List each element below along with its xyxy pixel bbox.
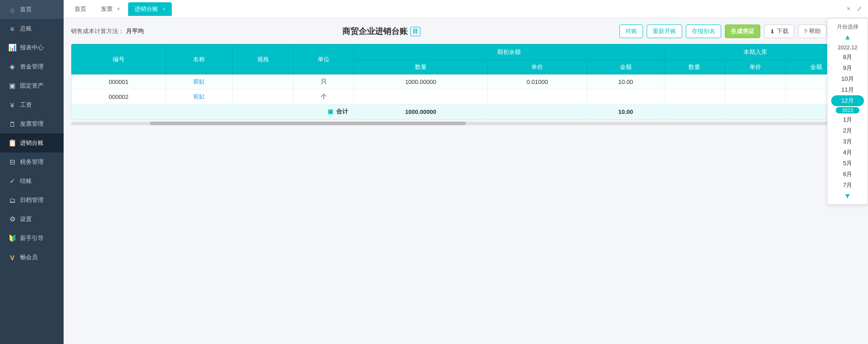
settlement-icon: ✓ xyxy=(8,177,16,185)
row1-unit: 只 xyxy=(293,74,354,89)
total-opening-price xyxy=(488,104,587,119)
tab-inventory[interactable]: 进销台账 × xyxy=(128,2,172,16)
info-icon[interactable]: 目 xyxy=(410,27,420,36)
col-spec: 规格 xyxy=(233,44,294,74)
month-scroll-up[interactable]: ▲ xyxy=(828,32,868,43)
month-item-2023-4[interactable]: 4月 xyxy=(828,147,868,158)
month-item-2023-1[interactable]: 1月 xyxy=(828,114,868,125)
cost-method-info: 销售成本计算方法： 月平均 xyxy=(71,27,144,35)
member-icon: V xyxy=(8,254,16,261)
sidebar-item-fixed-assets[interactable]: ▣ 固定资产 xyxy=(0,76,64,95)
month-item-12[interactable]: 12月 xyxy=(831,95,864,106)
month-item-10[interactable]: 10月 xyxy=(828,74,868,84)
row2-name: 前缸 xyxy=(165,89,232,104)
month-item-2023-7[interactable]: 7月 xyxy=(828,180,868,191)
content-area: 销售成本计算方法： 月平均 商贸企业进销台账 目 对账 重新开账 存报别名 生成… xyxy=(64,18,868,344)
year-2022-label: 2022.12 xyxy=(828,43,868,52)
assets-icon: ▣ xyxy=(8,82,16,90)
col-in-qty: 数量 xyxy=(664,60,725,74)
sidebar-item-member[interactable]: V 畅会员 xyxy=(0,248,64,267)
month-item-11[interactable]: 11月 xyxy=(828,84,868,95)
help-icon: ? xyxy=(804,28,807,35)
col-code: 编号 xyxy=(72,44,166,74)
reopen-button[interactable]: 重新开账 xyxy=(647,25,682,38)
inventory-table: 编号 名称 规格 单位 期初余额 本期入库 数 数量 单价 金额 数量 单价 xyxy=(71,44,861,120)
col-unit: 单位 xyxy=(293,44,354,74)
row2-spec xyxy=(233,89,294,104)
row1-code: 000001 xyxy=(72,74,166,89)
settings-icon: ⚙ xyxy=(8,215,16,223)
invoice-icon: 🗒 xyxy=(8,120,16,128)
sidebar-item-report-center[interactable]: 📊 报表中心 xyxy=(0,38,64,57)
month-item-2023-3[interactable]: 3月 xyxy=(828,136,868,147)
tab-invoice-close[interactable]: × xyxy=(117,6,120,12)
tab-home[interactable]: 首页 xyxy=(68,2,93,16)
month-item-9[interactable]: 9月 xyxy=(828,63,868,74)
download-icon: ⬇ xyxy=(770,28,775,35)
home-icon: ⌂ xyxy=(8,6,16,14)
tabs-bar: 首页 发票 × 进销台账 × xyxy=(64,0,868,18)
archive-icon: 🗂 xyxy=(8,197,16,204)
sidebar-item-fund-management[interactable]: ◈ 资金管理 xyxy=(0,57,64,76)
window-controls: × ⤢ xyxy=(840,0,868,17)
row2-opening-price xyxy=(488,89,587,104)
report-icon: 📊 xyxy=(8,44,16,52)
month-item-2023-6[interactable]: 6月 xyxy=(828,169,868,180)
month-selector-title: 月份选择 xyxy=(828,21,868,32)
sidebar-item-tax-management[interactable]: ⊟ 税务管理 xyxy=(0,152,64,172)
row2-in-price xyxy=(725,89,786,104)
tax-icon: ⊟ xyxy=(8,158,16,166)
month-selector-panel: 月份选择 ▲ 2022.12 8月 9月 10月 11月 12月 2023 1月… xyxy=(827,18,868,205)
sidebar-item-settlement[interactable]: ✓ 结账 xyxy=(0,172,64,191)
month-item-2023-5[interactable]: 5月 xyxy=(828,158,868,169)
total-opening-qty: 1000.00000 xyxy=(354,104,488,119)
month-item-2023-2[interactable]: 2月 xyxy=(828,125,868,136)
row2-unit: 个 xyxy=(293,89,354,104)
reconcile-button[interactable]: 对账 xyxy=(619,25,643,38)
tab-inventory-close[interactable]: × xyxy=(162,6,165,12)
sidebar-item-settings[interactable]: ⚙ 设置 xyxy=(0,210,64,229)
sidebar-item-invoice-management[interactable]: 🗒 发票管理 xyxy=(0,114,64,133)
col-opening-balance: 期初余额 xyxy=(354,44,664,60)
row1-opening-qty: 1000.00000 xyxy=(354,74,488,89)
download-button[interactable]: ⬇ 下载 xyxy=(764,25,794,38)
sidebar-item-inventory-ledger[interactable]: 📋 进销台账 xyxy=(0,133,64,152)
row1-in-price xyxy=(725,74,786,89)
ledger-icon: ≡ xyxy=(8,25,16,33)
col-current-in: 本期入库 xyxy=(664,44,847,60)
month-scroll-down[interactable]: ▼ xyxy=(828,191,868,201)
col-opening-price: 单价 xyxy=(488,60,587,74)
main-area: × ⤢ 首页 发票 × 进销台账 × 销售成本计算方法： 月平均 商贸企业进销台… xyxy=(64,0,868,344)
generate-voucher-button[interactable]: 生成凭证 xyxy=(725,25,760,38)
year-2023-tag: 2023 xyxy=(836,107,860,113)
sidebar-item-salary[interactable]: ¥ 工资 xyxy=(0,95,64,114)
row2-opening-amount xyxy=(587,89,664,104)
sidebar-item-beginner-guide[interactable]: 🔰 新手引导 xyxy=(0,229,64,248)
tab-invoice[interactable]: 发票 × xyxy=(95,2,126,16)
col-opening-amount: 金额 xyxy=(587,60,664,74)
month-item-8[interactable]: 8月 xyxy=(828,52,868,63)
sidebar-item-archive-management[interactable]: 🗂 归档管理 xyxy=(0,191,64,210)
scrollbar-thumb[interactable] xyxy=(150,122,466,125)
maximize-button[interactable]: ⤢ xyxy=(854,4,864,14)
page-title: 商贸企业进销台账 目 xyxy=(342,26,420,37)
salary-icon: ¥ xyxy=(8,101,16,109)
total-row: ▣ 合计 1000.00000 10.00 xyxy=(72,104,860,119)
table-row: 000002 前缸 个 xyxy=(72,89,860,104)
row2-opening-qty xyxy=(354,89,488,104)
total-opening-amount: 10.00 xyxy=(587,104,664,119)
sidebar-item-home[interactable]: ⌂ 首页 xyxy=(0,0,64,19)
save-as-button[interactable]: 存报别名 xyxy=(686,25,721,38)
toolbar-buttons: 对账 重新开账 存报别名 生成凭证 ⬇ 下载 ? 帮助 ↻ 刷新 xyxy=(619,25,861,38)
close-button[interactable]: × xyxy=(843,4,853,14)
total-in-qty xyxy=(664,104,725,119)
row2-in-qty xyxy=(664,89,725,104)
row1-opening-amount: 10.00 xyxy=(587,74,664,89)
sidebar-item-general-ledger[interactable]: ≡ 总账 xyxy=(0,19,64,38)
col-name: 名称 xyxy=(165,44,232,74)
horizontal-scrollbar[interactable] xyxy=(71,122,861,125)
total-in-price xyxy=(725,104,786,119)
help-button[interactable]: ? 帮助 xyxy=(798,25,827,38)
row1-in-qty xyxy=(664,74,725,89)
top-info-row: 销售成本计算方法： 月平均 商贸企业进销台账 目 对账 重新开账 存报别名 生成… xyxy=(71,25,861,38)
